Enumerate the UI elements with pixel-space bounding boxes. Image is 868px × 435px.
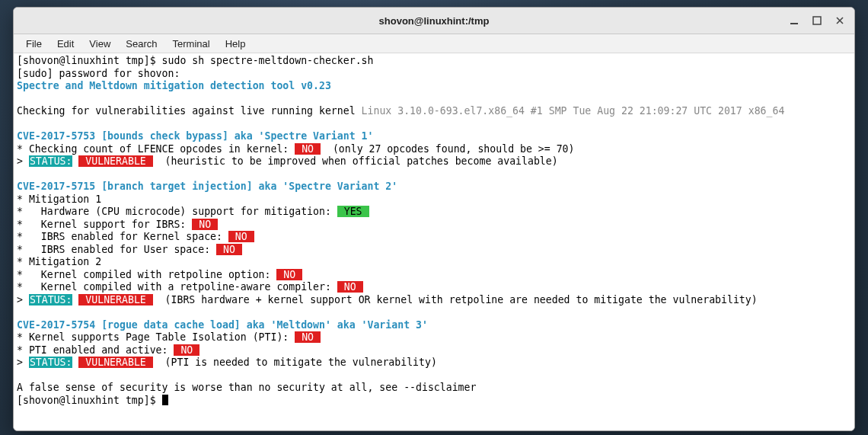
cve1-lfence-b: (only 27 opcodes found, should be >= 70) bbox=[321, 143, 574, 155]
badge-no: NO bbox=[192, 219, 218, 230]
minimize-button[interactable] bbox=[783, 11, 806, 30]
check-prefix: Checking for vulnerabilities against liv… bbox=[17, 105, 362, 117]
cve2-mit1: * Mitigation 1 bbox=[17, 194, 101, 205]
maximize-icon bbox=[812, 16, 822, 25]
gt-marker: > bbox=[17, 155, 29, 167]
menu-file[interactable]: File bbox=[18, 36, 49, 52]
gt-marker: > bbox=[17, 294, 29, 305]
cve2-kibrs: * Kernel support for IBRS: bbox=[17, 219, 192, 230]
sudo-prompt: [sudo] password for shovon: bbox=[17, 68, 180, 79]
badge-no: NO bbox=[228, 231, 254, 242]
menubar: File Edit View Search Terminal Help bbox=[14, 34, 854, 53]
prompt: [shovon@linuxhint tmp]$ bbox=[17, 55, 162, 66]
cve2-mit2: * Mitigation 2 bbox=[17, 256, 101, 267]
badge-yes: YES bbox=[337, 206, 369, 217]
command-text: sudo sh spectre-meltdown-checker.sh bbox=[162, 55, 374, 66]
titlebar[interactable]: shovon@linuxhint:/tmp bbox=[14, 8, 854, 34]
menu-search[interactable]: Search bbox=[118, 36, 164, 52]
cve1-lfence-a: * Checking count of LFENCE opcodes in ke… bbox=[17, 143, 295, 155]
terminal-output[interactable]: [shovon@linuxhint tmp]$ sudo sh spectre-… bbox=[14, 53, 854, 430]
cve-5753-header: CVE-2017-5753 [bounds check bypass] aka … bbox=[17, 130, 373, 142]
cve3-status-note: (PTI is needed to mitigate the vulnerabi… bbox=[153, 357, 437, 368]
vulnerable-badge: VULNERABLE bbox=[78, 294, 152, 305]
badge-no: NO bbox=[337, 281, 363, 293]
gt-marker: > bbox=[17, 357, 29, 368]
kernel-version: Linux 3.10.0-693.el7.x86_64 #1 SMP Tue A… bbox=[362, 105, 785, 117]
badge-no: NO bbox=[174, 344, 199, 356]
badge-no: NO bbox=[216, 244, 242, 255]
cve2-ibrs-u: * IBRS enabled for User space: bbox=[17, 244, 216, 255]
cve3-ptiact: * PTI enabled and active: bbox=[17, 344, 174, 356]
close-button[interactable] bbox=[828, 11, 851, 30]
cve2-hw: * Hardware (CPU microcode) support for m… bbox=[17, 206, 337, 217]
menu-terminal[interactable]: Terminal bbox=[165, 36, 218, 52]
cve2-retp2: * Kernel compiled with a retpoline-aware… bbox=[17, 281, 337, 293]
badge-no: NO bbox=[295, 143, 321, 155]
vulnerable-badge: VULNERABLE bbox=[78, 155, 152, 167]
badge-no: NO bbox=[276, 269, 302, 280]
svg-rect-0 bbox=[790, 23, 798, 24]
cve2-status-note: (IBRS hardware + kernel support OR kerne… bbox=[153, 294, 758, 305]
status-label: STATUS: bbox=[29, 155, 73, 167]
menu-view[interactable]: View bbox=[81, 36, 118, 52]
svg-rect-1 bbox=[813, 17, 821, 24]
disclaimer-line: A false sense of security is worse than … bbox=[17, 382, 476, 393]
cve-5754-header: CVE-2017-5754 [rogue data cache load] ak… bbox=[17, 319, 428, 331]
prompt: [shovon@linuxhint tmp]$ bbox=[17, 395, 162, 406]
minimize-icon bbox=[790, 16, 799, 25]
cve3-pti: * Kernel supports Page Table Isolation (… bbox=[17, 331, 295, 343]
window-title: shovon@linuxhint:/tmp bbox=[14, 15, 854, 27]
badge-no: NO bbox=[295, 331, 321, 343]
cve1-status-note: (heuristic to be improved when official … bbox=[153, 155, 558, 167]
status-label: STATUS: bbox=[29, 357, 73, 368]
maximize-button[interactable] bbox=[806, 11, 828, 30]
menu-edit[interactable]: Edit bbox=[49, 36, 81, 52]
window-controls bbox=[783, 8, 851, 34]
menu-help[interactable]: Help bbox=[218, 36, 254, 52]
status-label: STATUS: bbox=[29, 294, 73, 305]
cursor-icon bbox=[162, 395, 168, 405]
close-icon bbox=[835, 16, 844, 25]
tool-title: Spectre and Meltdown mitigation detectio… bbox=[17, 80, 331, 91]
cve2-ibrs-k: * IBRS enabled for Kernel space: bbox=[17, 231, 228, 242]
desktop: C E N T O S shovon@linuxhint:/tmp File E… bbox=[0, 0, 868, 435]
vulnerable-badge: VULNERABLE bbox=[78, 357, 152, 368]
terminal-window: shovon@linuxhint:/tmp File Edit View Sea… bbox=[13, 7, 855, 431]
cve-5715-header: CVE-2017-5715 [branch target injection] … bbox=[17, 181, 397, 192]
cve2-retp: * Kernel compiled with retpoline option: bbox=[17, 269, 276, 280]
